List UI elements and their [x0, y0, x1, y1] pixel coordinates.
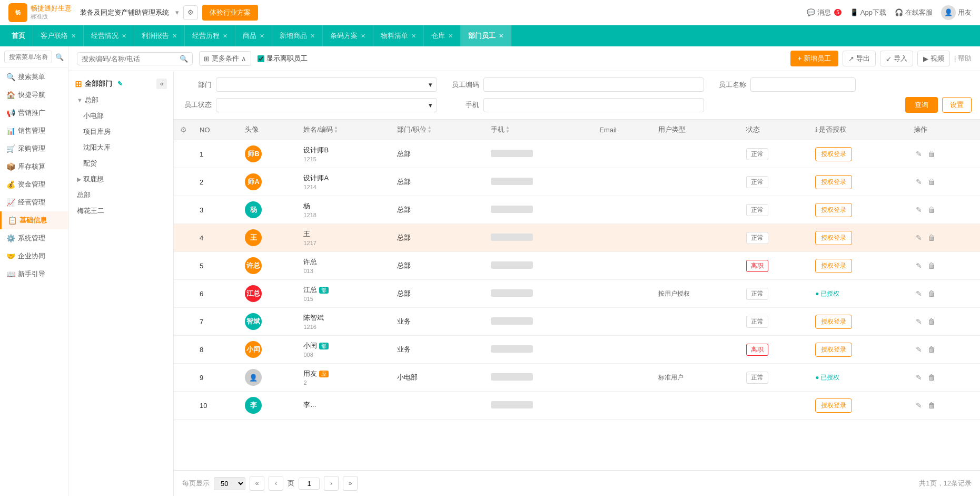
more-filter-button[interactable]: ⊞ 更多条件 ∧ — [199, 51, 251, 66]
delete-button[interactable]: 🗑 — [926, 372, 937, 383]
sidebar-item-basic_info[interactable]: 📋基础信息 — [0, 211, 68, 229]
delete-button[interactable]: 🗑 — [926, 316, 937, 327]
trial-button[interactable]: 体验行业方案 — [202, 5, 258, 21]
last-page-button[interactable]: » — [343, 476, 358, 491]
show-inactive-checkbox[interactable] — [258, 55, 264, 62]
close-tab-icon[interactable]: ✕ — [310, 33, 315, 40]
dept-col-header[interactable]: 部门/职位 ▲▼ — [391, 120, 484, 140]
edit-button[interactable]: ✎ — [914, 372, 924, 383]
delete-button[interactable]: 🗑 — [926, 344, 937, 355]
dept-tree-item-plum_king[interactable]: 梅花王二 — [68, 203, 173, 219]
close-tab-icon[interactable]: ✕ — [122, 33, 126, 40]
edit-button[interactable]: ✎ — [914, 316, 924, 327]
show-inactive-label[interactable]: 显示离职员工 — [258, 54, 308, 63]
delete-button[interactable]: 🗑 — [926, 400, 937, 411]
close-tab-icon[interactable]: ✕ — [411, 33, 416, 40]
emp-code-input[interactable] — [483, 77, 705, 92]
user-menu[interactable]: 👤 用友 — [941, 5, 972, 20]
sidebar-search-input[interactable] — [4, 51, 52, 63]
auth-login-button[interactable]: 授权登录 — [815, 315, 852, 329]
dept-tree-item-shuang[interactable]: ▶双鹿想 — [68, 171, 173, 187]
sidebar-item-enterprise[interactable]: 🤝企业协同 — [0, 247, 68, 265]
close-tab-icon[interactable]: ✕ — [223, 33, 227, 40]
dept-tree-item-shenyang[interactable]: 沈阳大库 — [68, 140, 173, 155]
delete-button[interactable]: 🗑 — [926, 149, 937, 159]
query-button[interactable]: 查询 — [905, 97, 938, 113]
close-tab-icon[interactable]: ✕ — [71, 33, 76, 40]
title-dropdown-icon[interactable]: ▾ — [175, 8, 179, 16]
edit-button[interactable]: ✎ — [914, 260, 924, 271]
export-button[interactable]: ↗ 导出 — [843, 51, 876, 66]
dept-tree-item-distribution[interactable]: 配货 — [68, 155, 173, 171]
dept-select[interactable]: ▾ — [216, 77, 437, 92]
column-settings-icon[interactable]: ⚙ — [180, 125, 187, 134]
sidebar-item-operations[interactable]: 📈经营管理 — [0, 193, 68, 211]
edit-button[interactable]: ✎ — [914, 400, 924, 411]
auth-login-button[interactable]: 授权登录 — [815, 259, 852, 273]
delete-button[interactable]: 🗑 — [926, 232, 937, 243]
nav-tab-material[interactable]: 物料清单 ✕ — [373, 25, 424, 46]
next-page-button[interactable]: › — [324, 476, 339, 491]
phone-input[interactable] — [483, 98, 705, 112]
import-button[interactable]: ↙ 导入 — [880, 51, 913, 66]
edit-button[interactable]: ✎ — [914, 177, 924, 187]
auth-login-button[interactable]: 授权登录 — [815, 175, 852, 189]
edit-button[interactable]: ✎ — [914, 205, 924, 215]
auth-login-button[interactable]: 授权登录 — [815, 231, 852, 245]
nav-tab-barcode[interactable]: 条码方案 ✕ — [323, 25, 373, 46]
first-page-button[interactable]: « — [250, 476, 264, 491]
close-tab-icon[interactable]: ✕ — [499, 33, 503, 40]
sidebar-item-purchase[interactable]: 🛒采购管理 — [0, 140, 68, 158]
auth-login-button[interactable]: 授权登录 — [815, 343, 852, 357]
sidebar-item-finance[interactable]: 💰资金管理 — [0, 176, 68, 193]
nav-tab-warehouse[interactable]: 仓库 ✕ — [424, 25, 461, 46]
close-tab-icon[interactable]: ✕ — [260, 33, 264, 40]
sidebar-item-inventory[interactable]: 📦库存核算 — [0, 158, 68, 176]
emp-name-input[interactable] — [750, 77, 856, 92]
name-col-header[interactable]: 姓名/编码 ▲▼ — [297, 120, 391, 140]
sidebar-item-sales[interactable]: 📊销售管理 — [0, 122, 68, 140]
delete-button[interactable]: 🗑 — [926, 177, 937, 187]
dept-tree-item-project[interactable]: 项目库房 — [68, 124, 173, 140]
delete-button[interactable]: 🗑 — [926, 260, 937, 271]
auth-login-button[interactable]: 授权登录 — [815, 398, 852, 413]
close-tab-icon[interactable]: ✕ — [448, 33, 453, 40]
dept-tree-item-general[interactable]: ▼总部 — [68, 92, 173, 108]
collapse-tree-button[interactable]: « — [156, 79, 167, 89]
auth-login-button[interactable]: 授权登录 — [815, 203, 852, 217]
delete-button[interactable]: 🗑 — [926, 288, 937, 299]
online-service-button[interactable]: 🎧 在线客服 — [895, 8, 933, 17]
page-input[interactable] — [299, 478, 320, 490]
add-employee-button[interactable]: + 新增员工 — [790, 51, 838, 66]
set-button[interactable]: 设置 — [942, 97, 972, 113]
close-tab-icon[interactable]: ✕ — [172, 33, 177, 40]
app-download-button[interactable]: 📱 App下载 — [850, 8, 886, 17]
edit-button[interactable]: ✎ — [914, 344, 924, 355]
edit-dept-icon[interactable]: ✎ — [117, 80, 123, 87]
per-page-select[interactable]: 50 20 100 — [214, 477, 245, 490]
nav-tab-new_goods[interactable]: 新增商品 ✕ — [272, 25, 323, 46]
sidebar-item-marketing[interactable]: 📢营销推广 — [0, 104, 68, 122]
dept-tree-item-small_elec[interactable]: 小电部 — [68, 108, 173, 124]
nav-tab-dept_employee[interactable]: 部门员工 ✕ — [461, 25, 511, 46]
sidebar-item-system[interactable]: ⚙️系统管理 — [0, 229, 68, 247]
dept-tree-item-hq[interactable]: 总部 — [68, 187, 173, 203]
nav-tab-process[interactable]: 经营历程 ✕ — [185, 25, 235, 46]
video-button[interactable]: ▶ 视频 — [917, 51, 950, 66]
sidebar-item-guide[interactable]: 📖新手引导 — [0, 265, 68, 283]
emp-status-select[interactable]: ▾ — [216, 98, 437, 112]
auth-login-button[interactable]: 授权登录 — [815, 147, 852, 161]
help-button[interactable]: | 帮助 — [954, 54, 972, 63]
phone-col-header[interactable]: 手机 ▲▼ — [484, 120, 593, 140]
nav-tab-customer[interactable]: 客户联络 ✕ — [33, 25, 84, 46]
edit-button[interactable]: ✎ — [914, 232, 924, 243]
edit-button[interactable]: ✎ — [914, 149, 924, 159]
sidebar-item-quick_nav[interactable]: 🏠快捷导航 — [0, 86, 68, 104]
settings-button[interactable]: ⚙ — [183, 5, 198, 20]
message-button[interactable]: 💬 消息 5 — [807, 8, 842, 17]
prev-page-button[interactable]: ‹ — [269, 476, 283, 491]
edit-button[interactable]: ✎ — [914, 288, 924, 299]
nav-tab-home[interactable]: 首页 — [4, 25, 33, 46]
sidebar-item-search[interactable]: 🔍搜索菜单 — [0, 68, 68, 86]
nav-tab-profit[interactable]: 利润报告 ✕ — [134, 25, 185, 46]
